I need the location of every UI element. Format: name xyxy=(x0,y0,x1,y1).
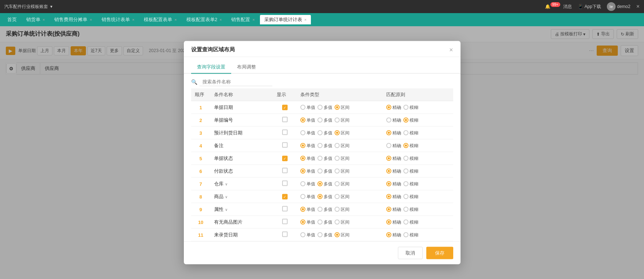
type-radio-单值[interactable]: 单值 xyxy=(300,117,315,123)
type-radio-单值[interactable]: 单值 xyxy=(300,232,315,238)
cancel-button[interactable]: 取消 xyxy=(398,247,423,259)
match-radio-精确[interactable]: 精确 xyxy=(386,104,401,110)
type-radio-区间[interactable]: 区间 xyxy=(335,206,349,212)
display-checkbox[interactable] xyxy=(282,232,288,237)
match-radio-精确[interactable]: 精确 xyxy=(386,130,401,136)
tab-4[interactable]: 模板配置表单 × xyxy=(139,15,181,24)
tab-3[interactable]: 销售统计表单 × xyxy=(97,15,139,24)
type-radio-区间[interactable]: 区间 xyxy=(335,232,349,238)
match-radio-模糊[interactable]: 模糊 xyxy=(403,232,418,238)
display-checkbox[interactable] xyxy=(282,168,288,173)
type-radio-区间[interactable]: 区间 xyxy=(335,193,349,200)
match-radio-模糊[interactable]: 模糊 xyxy=(403,155,418,161)
match-radio-模糊[interactable]: 模糊 xyxy=(403,219,418,225)
tab-current-close[interactable]: × xyxy=(304,17,307,22)
cell-match: 精确模糊 xyxy=(383,216,453,228)
tab-layout-adjust[interactable]: 布局调整 xyxy=(231,61,262,74)
tab-6[interactable]: 销售配置 × xyxy=(227,15,259,24)
tab-sales-order-close[interactable]: × xyxy=(43,17,45,22)
tab-sales-expense-close[interactable]: × xyxy=(90,17,92,22)
match-radio-模糊[interactable]: 模糊 xyxy=(403,193,418,200)
type-radio-单值[interactable]: 单值 xyxy=(300,142,315,149)
display-checkbox[interactable] xyxy=(282,219,288,224)
type-radio-多值[interactable]: 多值 xyxy=(317,168,332,174)
display-checkbox[interactable] xyxy=(282,181,288,186)
type-radio-单值[interactable]: 单值 xyxy=(300,168,315,174)
tab-6-close[interactable]: × xyxy=(252,17,254,22)
type-radio-单值[interactable]: 单值 xyxy=(300,219,315,225)
type-radio-区间[interactable]: 区间 xyxy=(335,142,349,149)
tab-5-close[interactable]: × xyxy=(220,17,222,22)
type-radio-区间[interactable]: 区间 xyxy=(335,168,349,174)
display-checkbox[interactable] xyxy=(282,130,288,135)
match-radio-模糊[interactable]: 模糊 xyxy=(403,181,418,187)
save-button[interactable]: 保存 xyxy=(426,247,453,259)
type-radio-单值[interactable]: 单值 xyxy=(300,130,315,136)
app-download-button[interactable]: 📱 App下载 xyxy=(578,4,601,10)
display-checkbox[interactable] xyxy=(282,194,288,200)
match-radio-精确[interactable]: 精确 xyxy=(386,206,401,212)
name-dropdown-icon[interactable]: ∨ xyxy=(225,182,228,186)
type-radio-多值[interactable]: 多值 xyxy=(317,104,332,110)
type-radio-多值[interactable]: 多值 xyxy=(317,155,332,161)
match-radio-模糊[interactable]: 模糊 xyxy=(403,206,418,212)
tab-5[interactable]: 模板配置表单2 × xyxy=(182,15,226,24)
tab-field-settings[interactable]: 查询字段设置 xyxy=(191,61,231,74)
type-radio-多值[interactable]: 多值 xyxy=(317,219,332,225)
top-bar-close-button[interactable]: × xyxy=(636,3,640,10)
tab-sales-order[interactable]: 销货单 × xyxy=(22,15,49,24)
th-name: 条件名称 xyxy=(210,89,273,101)
display-checkbox[interactable] xyxy=(282,142,288,148)
display-checkbox[interactable] xyxy=(282,156,288,161)
type-radio-多值[interactable]: 多值 xyxy=(317,206,332,212)
name-dropdown-icon[interactable]: ∨ xyxy=(225,208,228,212)
type-radio-区间[interactable]: 区间 xyxy=(335,130,349,136)
type-radio-区间[interactable]: 区间 xyxy=(335,219,349,225)
type-radio-多值[interactable]: 多值 xyxy=(317,130,332,136)
match-radio-模糊[interactable]: 模糊 xyxy=(403,104,418,110)
type-radio-区间[interactable]: 区间 xyxy=(335,181,349,187)
match-radio-精确[interactable]: 精确 xyxy=(386,232,401,238)
type-radio-单值[interactable]: 单值 xyxy=(300,155,315,161)
type-radio-单值[interactable]: 单值 xyxy=(300,104,315,110)
match-radio-精确[interactable]: 精确 xyxy=(386,219,401,225)
condition-search-input[interactable] xyxy=(199,78,272,86)
match-radio-精确[interactable]: 精确 xyxy=(386,168,401,174)
match-radio-精确[interactable]: 精确 xyxy=(386,142,401,149)
match-radio-精确[interactable]: 精确 xyxy=(386,193,401,200)
type-radio-区间[interactable]: 区间 xyxy=(335,117,349,123)
match-radio-模糊[interactable]: 模糊 xyxy=(403,142,418,149)
type-radio-多值[interactable]: 多值 xyxy=(317,142,332,149)
match-radio-模糊[interactable]: 模糊 xyxy=(403,168,418,174)
match-radio-精确[interactable]: 精确 xyxy=(386,117,401,123)
tab-sales-expense[interactable]: 销售费用分摊单 × xyxy=(50,15,96,24)
match-radio-模糊[interactable]: 模糊 xyxy=(403,130,418,136)
match-radio-精确[interactable]: 精确 xyxy=(386,155,401,161)
user-menu[interactable]: Ie demo2 xyxy=(607,2,631,11)
type-radio-多值[interactable]: 多值 xyxy=(317,181,332,187)
name-dropdown-icon[interactable]: ∨ xyxy=(225,195,228,199)
display-checkbox[interactable] xyxy=(282,105,288,110)
type-radio-单值[interactable]: 单值 xyxy=(300,206,315,212)
type-radio-单值[interactable]: 单值 xyxy=(300,193,315,200)
notification-button[interactable]: 🔔 99+ 消息 xyxy=(545,4,572,10)
tab-current[interactable]: 采购订单统计计表 × xyxy=(260,15,311,24)
match-radio-精确[interactable]: 精确 xyxy=(386,181,401,187)
dialog-close-button[interactable]: × xyxy=(449,46,453,53)
match-radio-模糊[interactable]: 模糊 xyxy=(403,117,418,123)
tab-3-close[interactable]: × xyxy=(132,17,134,22)
type-radio-区间[interactable]: 区间 xyxy=(335,155,349,161)
display-checkbox[interactable] xyxy=(282,117,288,122)
dropdown-icon[interactable]: ▾ xyxy=(50,4,52,9)
type-radio-单值[interactable]: 单值 xyxy=(300,181,315,187)
cell-order: 11 xyxy=(191,228,211,241)
display-checkbox[interactable] xyxy=(282,206,288,212)
type-radio-多值[interactable]: 多值 xyxy=(317,117,332,123)
type-radio-多值[interactable]: 多值 xyxy=(317,193,332,200)
type-radio-多值[interactable]: 多值 xyxy=(317,232,332,238)
tab-home[interactable]: 首页 xyxy=(3,15,21,24)
cell-display xyxy=(273,190,296,203)
tab-4-close[interactable]: × xyxy=(174,17,177,22)
type-radio-区间[interactable]: 区间 xyxy=(335,104,349,110)
tab-4-label: 模板配置表单 xyxy=(144,16,172,23)
